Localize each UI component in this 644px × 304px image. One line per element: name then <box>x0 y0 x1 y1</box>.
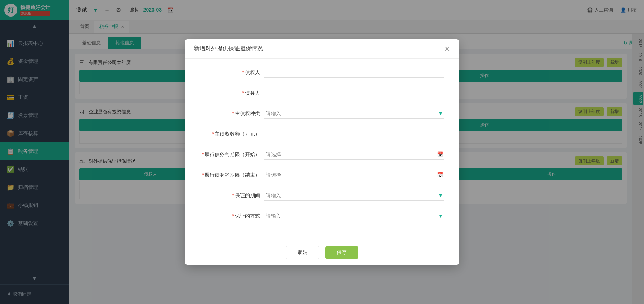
perform-start-label: *履行债务的期限（开始） <box>200 151 264 158</box>
dialog-footer: 取消 保存 <box>185 240 459 265</box>
perform-end-label: *履行债务的期限（结束） <box>200 172 264 178</box>
creditor-label: *债权人 <box>200 69 264 76</box>
form-row-guarantee-method: *保证的方式 ▼ <box>200 211 444 221</box>
dialog-title: 新增对外提供保证担保情况 <box>194 45 263 53</box>
dialog-overlay: 新增对外提供保证担保情况 ✕ *债权人 *债务人 *主债权种类 <box>0 0 644 304</box>
claim-type-label: *主债权种类 <box>200 110 264 117</box>
guarantee-method-wrapper: ▼ <box>264 211 444 221</box>
guarantee-period-input[interactable] <box>264 190 437 200</box>
guarantee-method-dropdown-icon[interactable]: ▼ <box>437 213 444 219</box>
perform-start-calendar-icon[interactable]: 📅 <box>435 151 444 157</box>
form-row-perform-start: *履行债务的期限（开始） 📅 <box>200 149 444 160</box>
claim-amount-label: *主债权数额（万元） <box>200 131 264 137</box>
perform-end-input[interactable] <box>264 170 435 180</box>
claim-amount-input[interactable] <box>264 129 444 139</box>
guarantee-method-label: *保证的方式 <box>200 213 264 219</box>
form-row-claim-amount: *主债权数额（万元） <box>200 129 444 139</box>
perform-end-wrapper: 📅 <box>264 170 444 180</box>
claim-type-dropdown-icon[interactable]: ▼ <box>437 110 444 116</box>
debtor-label: *债务人 <box>200 90 264 96</box>
form-row-guarantee-period: *保证的期间 ▼ <box>200 190 444 201</box>
perform-start-input[interactable] <box>264 149 435 159</box>
dialog-close-button[interactable]: ✕ <box>444 45 450 53</box>
form-row-debtor: *债务人 <box>200 88 444 98</box>
guarantee-period-wrapper: ▼ <box>264 190 444 201</box>
creditor-input[interactable] <box>264 67 444 78</box>
guarantee-period-dropdown-icon[interactable]: ▼ <box>437 192 444 198</box>
perform-start-wrapper: 📅 <box>264 149 444 160</box>
debtor-input[interactable] <box>264 88 444 98</box>
form-row-creditor: *债权人 <box>200 67 444 78</box>
guarantee-period-label: *保证的期间 <box>200 192 264 199</box>
dialog: 新增对外提供保证担保情况 ✕ *债权人 *债务人 *主债权种类 <box>185 39 459 265</box>
form-row-perform-end: *履行债务的期限（结束） 📅 <box>200 170 444 180</box>
guarantee-method-input[interactable] <box>264 211 437 221</box>
cancel-button[interactable]: 取消 <box>286 246 319 259</box>
dialog-header: 新增对外提供保证担保情况 ✕ <box>185 39 459 59</box>
form-row-claim-type: *主债权种类 ▼ <box>200 108 444 119</box>
claim-type-select-wrapper: ▼ <box>264 108 444 119</box>
perform-end-calendar-icon[interactable]: 📅 <box>435 172 444 178</box>
claim-type-input[interactable] <box>264 108 437 118</box>
save-button[interactable]: 保存 <box>325 246 358 259</box>
dialog-body: *债权人 *债务人 *主债权种类 ▼ <box>185 59 459 240</box>
